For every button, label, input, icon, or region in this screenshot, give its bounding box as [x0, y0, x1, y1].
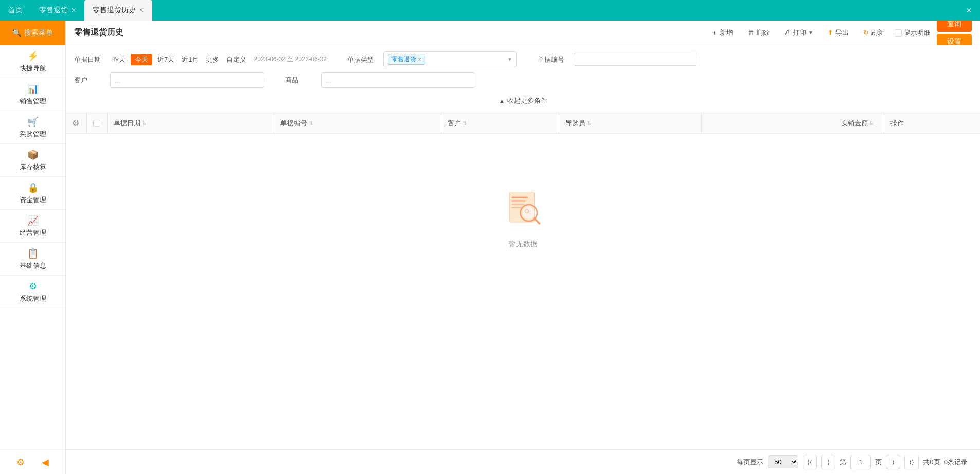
settings-bottom-icon[interactable]: ⚙	[16, 457, 25, 468]
th-guide-sort[interactable]: ⇅	[587, 120, 591, 126]
date-opt-yesterday[interactable]: 昨天	[110, 54, 128, 65]
new-icon: ＋	[711, 28, 718, 38]
new-label: 新增	[720, 28, 733, 38]
tab-return-close[interactable]: ✕	[71, 7, 76, 14]
th-date: 单据日期 ⇅	[107, 113, 274, 134]
date-opt-custom[interactable]: 自定义	[224, 54, 248, 65]
th-date-label: 单据日期	[114, 119, 140, 128]
type-select-arrow: ▼	[507, 57, 512, 62]
type-tag: 零售退货 ✕	[388, 54, 425, 65]
page-of-label: 页	[875, 458, 882, 467]
empty-state: 暂无数据	[66, 134, 980, 300]
table-gear-icon[interactable]: ⚙	[72, 119, 79, 127]
sidebar-item-operation-label: 经营管理	[20, 228, 46, 238]
refresh-icon: ↻	[863, 29, 869, 37]
th-amount: 实销金额 ⇅	[702, 113, 884, 134]
sidebar-search[interactable]: 🔍 搜索菜单	[0, 21, 65, 45]
tab-return[interactable]: 零售退货 ✕	[31, 0, 84, 21]
number-filter-input[interactable]	[574, 53, 697, 66]
filter-row-customer: 客户 ... 商品 ...	[74, 72, 972, 88]
data-table: ⚙ 单据日期 ⇅ 单据编号	[66, 113, 980, 300]
collapse-filter-btn[interactable]: ▲ 收起更多条件	[490, 93, 556, 108]
sidebar-item-finance-label: 资金管理	[20, 195, 46, 205]
goods-filter-input[interactable]: ...	[321, 72, 475, 88]
print-icon: 🖨	[784, 29, 791, 37]
search-icon: 🔍	[12, 29, 21, 37]
sidebar-item-basicinfo[interactable]: 📋 基础信息	[0, 243, 65, 276]
empty-state-text: 暂无数据	[509, 240, 538, 249]
tab-home[interactable]: 首页	[0, 0, 31, 21]
query-button[interactable]: 查询	[937, 21, 972, 32]
date-opt-1month[interactable]: 近1月	[180, 54, 201, 65]
tab-return-history[interactable]: 零售退货历史 ✕	[84, 0, 152, 21]
display-detail-checkbox[interactable]: 显示明细	[895, 28, 931, 38]
display-detail-label: 显示明细	[904, 28, 931, 38]
print-label: 打印	[793, 28, 806, 38]
sidebar-bottom: ⚙ ◀	[0, 449, 65, 474]
page-label: 第	[840, 458, 846, 467]
th-customer-label: 客户	[448, 119, 461, 128]
tab-return-history-close[interactable]: ✕	[139, 7, 144, 14]
sidebar-item-sales[interactable]: 📊 销售管理	[0, 78, 65, 111]
svg-rect-1	[511, 197, 528, 199]
date-opt-today[interactable]: 今天	[131, 54, 152, 65]
export-button[interactable]: ⬆ 导出	[824, 26, 853, 40]
delete-button[interactable]: 🗑 删除	[743, 26, 774, 40]
export-icon: ⬆	[828, 29, 833, 37]
svg-rect-4	[511, 207, 522, 208]
table-area: ⚙ 单据日期 ⇅ 单据编号	[66, 113, 980, 449]
tab-return-label: 零售退货	[39, 6, 68, 15]
refresh-label: 刷新	[871, 28, 884, 38]
sidebar-item-finance[interactable]: 🔒 资金管理	[0, 177, 65, 210]
new-button[interactable]: ＋ 新增	[707, 26, 737, 40]
page-first-btn[interactable]: ⟨⟨	[803, 455, 817, 469]
sidebar-item-inventory[interactable]: 📦 库存核算	[0, 144, 65, 177]
th-number: 单据编号 ⇅	[274, 113, 441, 134]
page-number-input[interactable]	[850, 455, 871, 469]
finance-icon: 🔒	[27, 182, 39, 193]
customer-placeholder: ...	[115, 77, 120, 84]
th-date-sort[interactable]: ⇅	[142, 120, 146, 126]
date-filter-label: 单据日期	[74, 55, 110, 64]
table-body: 暂无数据	[66, 134, 980, 301]
delete-icon: 🗑	[747, 29, 754, 37]
filter-area: 单据日期 昨天 今天 近7天 近1月 更多 自定义 2023-06-02 至 2…	[66, 45, 980, 113]
sidebar-item-purchase[interactable]: 🛒 采购管理	[0, 111, 65, 144]
sidebar-item-system[interactable]: ⚙ 系统管理	[0, 276, 65, 308]
filter-row-date: 单据日期 昨天 今天 近7天 近1月 更多 自定义 2023-06-02 至 2…	[74, 51, 972, 67]
date-opt-more[interactable]: 更多	[204, 54, 221, 65]
collapse-sidebar-icon[interactable]: ◀	[42, 457, 49, 468]
system-icon: ⚙	[29, 281, 37, 292]
page-last-btn[interactable]: ⟩⟩	[904, 455, 919, 469]
sidebar-item-system-label: 系统管理	[20, 294, 46, 303]
page-next-btn[interactable]: ⟩	[886, 455, 900, 469]
th-customer: 客户 ⇅	[441, 113, 559, 134]
th-amount-sort[interactable]: ⇅	[869, 120, 874, 126]
display-detail-check[interactable]	[895, 29, 902, 37]
customer-filter-input[interactable]: ...	[110, 72, 264, 88]
type-tag-close[interactable]: ✕	[418, 57, 422, 62]
sidebar-item-operation[interactable]: 📈 经营管理	[0, 210, 65, 243]
type-filter-select[interactable]: 零售退货 ✕ ▼	[383, 51, 517, 67]
print-button[interactable]: 🖨 打印 ▼	[780, 26, 817, 40]
date-opt-7days[interactable]: 近7天	[155, 54, 176, 65]
collapse-label: 收起更多条件	[507, 96, 547, 105]
date-options: 昨天 今天 近7天 近1月 更多 自定义 2023-06-02 至 2023-0…	[110, 54, 327, 65]
svg-line-7	[534, 218, 539, 224]
th-action-label: 操作	[890, 119, 904, 127]
refresh-button[interactable]: ↻ 刷新	[859, 26, 888, 40]
delete-label: 删除	[756, 28, 770, 38]
th-customer-sort[interactable]: ⇅	[462, 120, 467, 126]
window-close-btn[interactable]: ✕	[966, 7, 980, 14]
sidebar-item-quicknav-label: 快捷导航	[20, 64, 46, 73]
th-action: 操作	[884, 113, 980, 134]
page-prev-btn[interactable]: ⟨	[821, 455, 835, 469]
svg-point-6	[523, 207, 534, 218]
sidebar-item-quicknav[interactable]: ⚡ 快捷导航	[0, 45, 65, 78]
th-number-label: 单据编号	[280, 119, 307, 128]
page-size-select[interactable]: 50 10 20 100	[768, 455, 798, 468]
th-number-sort[interactable]: ⇅	[309, 120, 313, 126]
svg-rect-2	[511, 200, 525, 202]
select-all-checkbox[interactable]	[93, 120, 100, 127]
sidebar-item-sales-label: 销售管理	[20, 97, 46, 106]
